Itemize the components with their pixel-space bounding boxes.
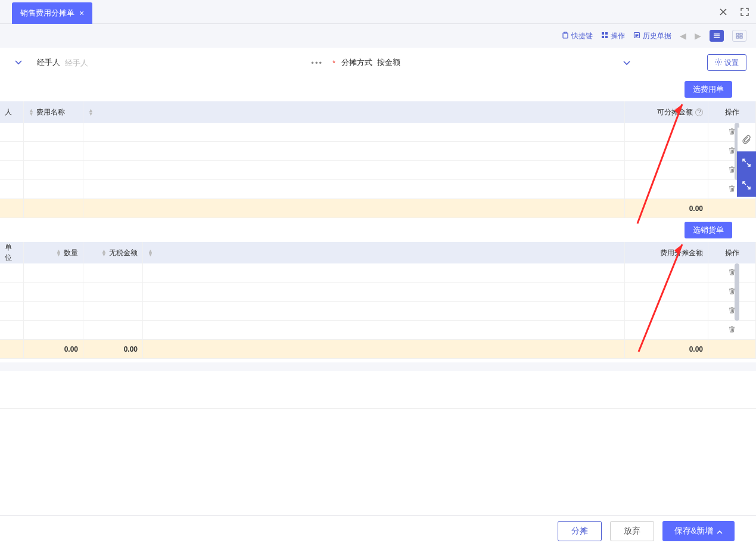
- expand-out-icon[interactable]: [737, 151, 756, 174]
- view-list-icon[interactable]: [710, 30, 724, 42]
- form-row: 经手人 ••• * 分摊方式 按金额 设置: [0, 48, 756, 77]
- select-expense-button[interactable]: 选费用单: [685, 81, 732, 98]
- svg-rect-4: [605, 32, 608, 35]
- handler-input[interactable]: [65, 58, 291, 67]
- table-row[interactable]: [0, 180, 756, 199]
- scrollbar-thumb[interactable]: [735, 263, 739, 321]
- sort-icon[interactable]: ▲▼: [148, 249, 153, 256]
- toolbar: 快捷键 操作 历史单据 ◀ ▶: [0, 24, 756, 48]
- summary-row: 0.000.000.00: [0, 340, 756, 359]
- sort-icon[interactable]: ▲▼: [56, 249, 61, 256]
- svg-rect-5: [602, 36, 604, 38]
- chevron-down-icon[interactable]: [623, 58, 630, 67]
- col-qty: 数量: [64, 248, 78, 258]
- svg-point-12: [717, 61, 720, 63]
- sort-icon[interactable]: ▲▼: [88, 108, 94, 116]
- sales-table: 单位 ▲▼数量 ▲▼无税金额 ▲▼ 费用分摊金额 操作 0.000.000.00: [0, 242, 756, 359]
- col-person: 人: [5, 107, 12, 117]
- tab-active[interactable]: 销售费用分摊单 ×: [12, 2, 92, 24]
- operate-link[interactable]: 操作: [601, 31, 625, 41]
- prev-doc-icon[interactable]: ◀: [680, 31, 686, 41]
- col-allocatable: 可分摊金额: [657, 107, 693, 117]
- window-close-icon[interactable]: [717, 5, 730, 18]
- col-op: 操作: [725, 248, 739, 258]
- allocate-button[interactable]: 分摊: [558, 521, 602, 541]
- sort-icon[interactable]: ▲▼: [29, 108, 34, 116]
- col-expense-name: 费用名称: [36, 107, 65, 117]
- shortcut-link[interactable]: 快捷键: [562, 31, 593, 41]
- fullscreen-icon[interactable]: [738, 5, 751, 18]
- handler-label: 经手人: [37, 57, 60, 68]
- handler-more-icon[interactable]: •••: [311, 58, 323, 67]
- grid-icon: [601, 32, 608, 41]
- method-field: * 分摊方式 按金额: [332, 57, 630, 68]
- summary-row: 0.00: [0, 199, 756, 218]
- next-doc-icon[interactable]: ▶: [695, 31, 701, 41]
- col-unit: 单位: [5, 243, 18, 263]
- svg-rect-6: [605, 36, 608, 38]
- attachment-icon[interactable]: [738, 128, 755, 151]
- tab-title: 销售费用分摊单: [20, 8, 74, 18]
- gear-icon: [715, 58, 722, 67]
- col-notax: 无税金额: [109, 248, 138, 258]
- discard-button[interactable]: 放弃: [610, 521, 654, 541]
- help-icon[interactable]: ?: [695, 108, 703, 116]
- sort-icon[interactable]: ▲▼: [101, 249, 107, 256]
- handler-field: 经手人 •••: [37, 57, 323, 68]
- expand-in-icon[interactable]: [737, 174, 756, 197]
- clipboard-icon: [562, 32, 569, 41]
- save-new-button[interactable]: 保存&新增: [662, 521, 735, 541]
- tab-close-icon[interactable]: ×: [79, 8, 84, 18]
- required-mark: *: [332, 58, 335, 67]
- col-allocation: 费用分摊金额: [660, 248, 703, 258]
- table-row[interactable]: [0, 302, 756, 321]
- chevron-up-icon: [717, 526, 723, 536]
- table-row[interactable]: [0, 263, 756, 283]
- form-dropdown-icon[interactable]: [10, 60, 27, 65]
- expense-table: 人 ▲▼费用名称 ▲▼ 可分摊金额? 操作 0.00: [0, 101, 756, 218]
- svg-rect-3: [602, 32, 604, 35]
- table-row[interactable]: [0, 142, 756, 161]
- table-row[interactable]: [0, 283, 756, 302]
- history-icon: [633, 32, 640, 41]
- method-value[interactable]: 按金额: [377, 57, 618, 68]
- table-row[interactable]: [0, 161, 756, 180]
- method-label: 分摊方式: [341, 57, 372, 68]
- table-row[interactable]: [0, 123, 756, 142]
- footer: 分摊 放弃 保存&新增: [0, 515, 756, 546]
- table-row[interactable]: [0, 321, 756, 340]
- history-link[interactable]: 历史单据: [633, 31, 671, 41]
- select-sales-button[interactable]: 选销货单: [685, 222, 732, 238]
